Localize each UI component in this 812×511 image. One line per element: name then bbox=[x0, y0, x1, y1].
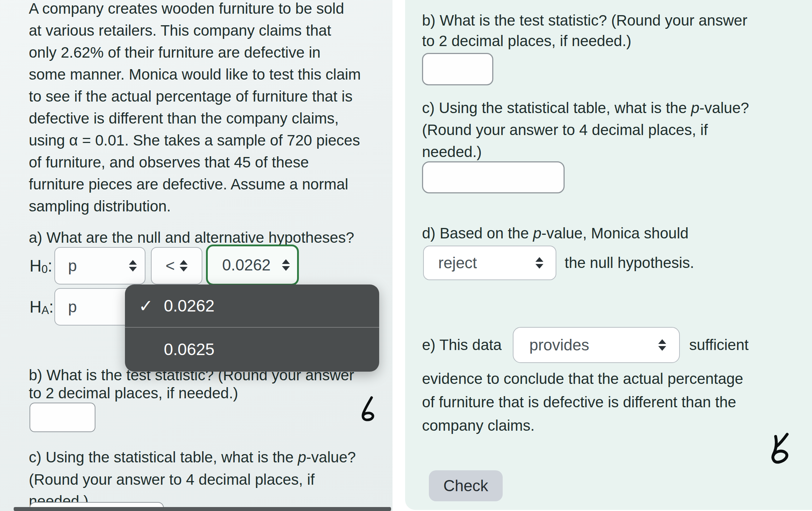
part-e-prefix: e) This data bbox=[422, 334, 502, 356]
p-italic: p bbox=[691, 99, 699, 116]
problem-line: at various retailers. This company claim… bbox=[29, 20, 331, 41]
problem-line: furniture pieces are defective. Assume a… bbox=[29, 174, 348, 195]
test-statistic-input-left[interactable] bbox=[30, 403, 95, 432]
evidence-select[interactable]: provides bbox=[513, 327, 680, 363]
evidence-value: provides bbox=[529, 336, 589, 354]
problem-line: defective is different than the company … bbox=[29, 108, 339, 129]
part-c-text: -value? bbox=[699, 99, 749, 116]
menu-option[interactable]: 0.0625 bbox=[125, 328, 379, 371]
part-b-heading-line2: to 2 decimal places, if needed.) bbox=[29, 382, 238, 404]
h0-label: H0: bbox=[30, 247, 52, 284]
part-e-line3: of furniture that is defective is differ… bbox=[422, 391, 736, 413]
h0-operator-value: < bbox=[166, 257, 175, 275]
p-italic: p bbox=[533, 225, 541, 242]
ha-parameter-value: p bbox=[68, 298, 77, 316]
bottom-scrollbar[interactable] bbox=[14, 507, 391, 511]
h0-parameter-select[interactable]: p bbox=[54, 247, 145, 284]
part-e-line2: evidence to conclude that the actual per… bbox=[422, 368, 743, 390]
ha-colon: : bbox=[49, 297, 54, 317]
ha-subscript: A bbox=[41, 304, 49, 317]
part-c-heading-line2: (Round your answer to 4 decimal places, … bbox=[422, 119, 708, 141]
updown-arrows-icon bbox=[282, 259, 290, 271]
h0-subscript: 0 bbox=[41, 263, 48, 276]
part-c-text: c) Using the statistical table, what is … bbox=[422, 99, 691, 116]
part-c-heading-line1: c) Using the statistical table, what is … bbox=[422, 97, 749, 119]
part-d-suffix: the null hypothesis. bbox=[565, 252, 694, 274]
h0-parameter-value: p bbox=[68, 257, 77, 275]
part-c-heading-line3: needed.) bbox=[422, 141, 482, 163]
menu-option-selected[interactable]: ✓ 0.0262 bbox=[125, 284, 379, 327]
updown-arrows-icon bbox=[180, 260, 188, 272]
handwritten-mark-right bbox=[766, 431, 797, 472]
p-italic: p bbox=[298, 449, 306, 466]
ha-label: HA: bbox=[30, 288, 54, 326]
updown-arrows-icon bbox=[129, 260, 137, 272]
part-d-text: d) Based on the bbox=[422, 225, 533, 242]
part-e-suffix: sufficient bbox=[689, 334, 749, 356]
problem-line: sampling distribution. bbox=[29, 196, 171, 217]
part-e-line4: company claims. bbox=[422, 415, 535, 436]
part-b-heading-line2: to 2 decimal places, if needed.) bbox=[422, 30, 631, 52]
part-c-heading-line2: (Round your answer to 4 decimal places, … bbox=[29, 469, 315, 490]
decision-select[interactable]: reject bbox=[423, 246, 556, 280]
check-button[interactable]: Check bbox=[429, 470, 503, 501]
updown-arrows-icon bbox=[535, 257, 543, 269]
part-d-heading: d) Based on the p-value, Monica should bbox=[422, 223, 688, 244]
part-d-text: -value, Monica should bbox=[542, 225, 689, 242]
value-dropdown-menu: ✓ 0.0262 0.0625 bbox=[125, 284, 379, 372]
part-c-text: c) Using the statistical table, what is … bbox=[29, 449, 298, 466]
problem-line: using α = 0.01. She takes a sample of 72… bbox=[29, 130, 360, 151]
updown-arrows-icon bbox=[658, 339, 666, 351]
handwritten-mark-left bbox=[356, 396, 378, 425]
h0-value: 0.0262 bbox=[222, 256, 271, 274]
part-a-heading: a) What are the null and alternative hyp… bbox=[29, 227, 354, 248]
test-statistic-input[interactable] bbox=[422, 53, 493, 85]
part-c-text: -value? bbox=[306, 449, 356, 466]
menu-option-label: 0.0262 bbox=[164, 296, 215, 315]
p-value-input[interactable] bbox=[422, 161, 565, 193]
problem-line: some manner. Monica would like to test t… bbox=[29, 64, 361, 85]
h0-base: H bbox=[30, 256, 41, 275]
menu-option-label: 0.0625 bbox=[164, 340, 215, 359]
problem-line: of furniture, and observes that 45 of th… bbox=[29, 152, 309, 173]
decision-value: reject bbox=[438, 254, 477, 272]
part-b-heading-line1: b) What is the test statistic? (Round yo… bbox=[422, 10, 747, 31]
quiz-page: A company creates wooden furniture to be… bbox=[0, 0, 812, 511]
ha-base: H bbox=[30, 297, 41, 317]
h0-colon: : bbox=[48, 256, 52, 275]
problem-line: only 2.62% of their furniture are defect… bbox=[29, 42, 320, 63]
problem-line: to see if the actual percentage of furni… bbox=[29, 86, 353, 107]
check-icon: ✓ bbox=[139, 296, 154, 316]
h0-operator-select[interactable]: < bbox=[151, 247, 202, 284]
problem-line: A company creates wooden furniture to be… bbox=[29, 0, 344, 19]
h0-value-select[interactable]: 0.0262 bbox=[206, 245, 299, 286]
part-c-heading-line1: c) Using the statistical table, what is … bbox=[29, 447, 356, 468]
